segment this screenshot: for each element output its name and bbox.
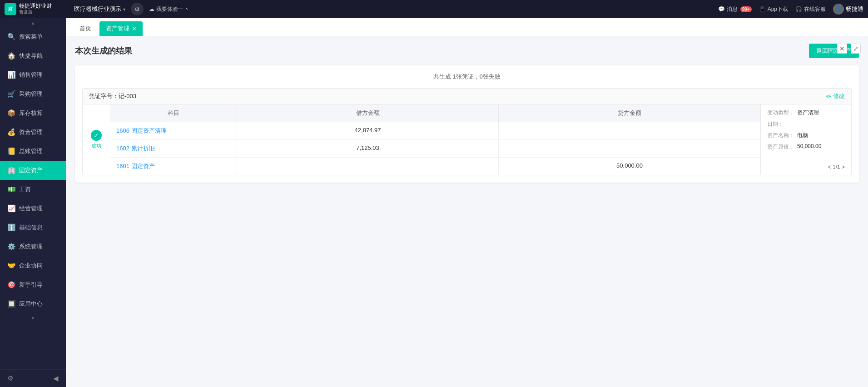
page-content: ✕ ⤢ 本次生成的结果 返回固定资产 共生成 1张凭证，0张失败 凭证字号：记-…: [66, 36, 868, 387]
pagination[interactable]: < 1/1 >: [767, 164, 845, 170]
tab-asset-mgmt[interactable]: 资产管理 ✕: [99, 21, 143, 36]
sidebar-item-search[interactable]: 🔍 搜索菜单: [0, 27, 66, 46]
right-info-panel: 变动类型： 资产清理 日期： 资产名称： 电脑: [760, 104, 851, 175]
sidebar-item-fixed-assets[interactable]: 🏢 固定资产: [0, 161, 66, 180]
col-subject: 科目: [110, 104, 237, 122]
close-panel-button[interactable]: ✕: [837, 44, 847, 54]
ops-icon: 📈: [7, 204, 15, 213]
cell-credit-2: [499, 140, 760, 157]
cell-credit-1: [499, 122, 760, 139]
sidebar-item-guide[interactable]: 🎯 新手引导: [0, 275, 66, 294]
sidebar-item-operations[interactable]: 📈 经营管理: [0, 199, 66, 218]
subject-link-2[interactable]: 1602 累计折旧: [116, 145, 155, 152]
change-type-row: 变动类型： 资产清理: [767, 109, 845, 117]
workspace-selector[interactable]: 医疗器械行业演示 ▾: [70, 5, 129, 13]
voucher-table: 科目 借方金额 贷方金额 1606 固定资产清理 42,874.97: [110, 104, 760, 175]
top-header: 财 畅捷通好业财 普及版 医疗器械行业演示 ▾ ⚙ ☁ 我要体验一下 💬 消息 …: [0, 0, 868, 18]
expand-panel-button[interactable]: ⤢: [851, 44, 861, 54]
settings-icon[interactable]: ⚙: [131, 3, 144, 15]
content-area: 首页 资产管理 ✕ ✕ ⤢ 本次生成的结果 返回固定资产 共生成 1张凭证，0张…: [66, 18, 868, 387]
sidebar-item-system[interactable]: ⚙️ 系统管理: [0, 237, 66, 256]
footer-settings-icon[interactable]: ⚙: [7, 374, 13, 382]
sidebar-item-quick-nav[interactable]: 🏠 快捷导航: [0, 46, 66, 65]
result-summary: 共生成 1张凭证，0张失败: [82, 73, 852, 81]
sidebar-item-label: 总账管理: [19, 147, 43, 155]
headset-icon: 🎧: [795, 6, 802, 12]
edit-voucher-button[interactable]: ✏ 修改: [826, 92, 845, 100]
building-icon: 🏢: [7, 166, 15, 174]
box-icon: 📦: [7, 109, 15, 117]
message-action[interactable]: 💬 消息 99+: [718, 5, 752, 13]
cloud-icon: ☁: [149, 6, 154, 12]
sidebar-item-enterprise[interactable]: 🤝 企业协同: [0, 256, 66, 275]
logo-text: 畅捷通好业财: [19, 3, 52, 9]
sidebar-item-purchase[interactable]: 🛒 采购管理: [0, 84, 66, 104]
cell-debit-3: [237, 158, 499, 175]
search-icon: 🔍: [7, 33, 15, 41]
original-value-value: 50,000.00: [797, 143, 821, 151]
tab-home-label: 首页: [79, 25, 91, 33]
header-right-actions: 💬 消息 99+ 📱 App下载 🎧 在线客服 👤 畅捷通: [718, 4, 863, 15]
success-label: 成功: [91, 143, 101, 149]
voucher-id: 凭证字号：记-003: [89, 92, 136, 100]
voucher-body: ✓ 成功 科目 借方金额 贷方金额: [83, 104, 851, 175]
logo-sub: 普及版: [19, 9, 52, 15]
tab-close-icon[interactable]: ✕: [132, 26, 136, 32]
sidebar-item-label: 基础信息: [19, 223, 43, 232]
sidebar-item-basic-info[interactable]: ℹ️ 基础信息: [0, 218, 66, 237]
workspace-label: 医疗器械行业演示: [74, 5, 121, 13]
original-value-label: 资产原值：: [767, 143, 794, 151]
sidebar-item-finance[interactable]: 💰 资金管理: [0, 123, 66, 142]
table-row: 1602 累计折旧 7,125.03: [110, 140, 760, 158]
status-column: ✓ 成功: [83, 104, 110, 175]
sidebar-item-label: 销售管理: [19, 71, 43, 79]
change-type-label: 变动类型：: [767, 109, 794, 117]
sidebar-item-payroll[interactable]: 💵 工资: [0, 180, 66, 199]
user-avatar-area[interactable]: 👤 畅捷通: [833, 4, 863, 15]
logo-area: 财 畅捷通好业财 普及版: [5, 3, 70, 15]
sidebar-scroll-up[interactable]: ▲: [0, 18, 66, 27]
logo-icon: 财: [5, 3, 16, 15]
sidebar-collapse-icon[interactable]: ◀: [53, 374, 59, 382]
chevron-down-icon: ▾: [123, 7, 125, 12]
tab-home[interactable]: 首页: [73, 21, 98, 36]
chart-icon: 📊: [7, 71, 15, 79]
sidebar-footer: ⚙ ◀: [0, 369, 66, 387]
cell-subject-2: 1602 累计折旧: [110, 140, 237, 157]
sidebar-item-label: 资金管理: [19, 128, 43, 136]
asset-name-row: 资产名称： 电脑: [767, 132, 845, 139]
sidebar-item-label: 经营管理: [19, 204, 43, 213]
table-row: 1601 固定资产 50,000.00: [110, 158, 760, 175]
sidebar-item-app-center[interactable]: 🔲 应用中心: [0, 294, 66, 313]
main-layout: ▲ 🔍 搜索菜单 🏠 快捷导航 📊 销售管理 🛒 采购管理 📦 库存核算 💰 资…: [0, 18, 868, 387]
asset-name-value: 电脑: [797, 132, 808, 139]
subject-link-3[interactable]: 1601 固定资产: [116, 163, 155, 169]
voucher-block: 凭证字号：记-003 ✏ 修改 ✓ 成功: [82, 88, 852, 175]
sidebar-item-label: 系统管理: [19, 243, 43, 251]
cell-credit-3: 50,000.00: [499, 158, 760, 175]
message-badge: 99+: [740, 6, 752, 12]
mobile-icon: 📱: [759, 6, 766, 12]
voucher-header: 凭证字号：记-003 ✏ 修改: [83, 89, 851, 104]
subject-link-1[interactable]: 1606 固定资产清理: [116, 127, 167, 134]
table-row: 1606 固定资产清理 42,874.97: [110, 122, 760, 140]
experience-button[interactable]: ☁ 我要体验一下: [149, 5, 189, 13]
tab-asset-mgmt-label: 资产管理: [106, 25, 129, 33]
message-icon: 💬: [718, 6, 725, 12]
sidebar-item-label: 企业协同: [19, 262, 43, 270]
sidebar-item-inventory[interactable]: 📦 库存核算: [0, 104, 66, 123]
avatar: 👤: [833, 4, 844, 15]
sidebar-item-label: 快捷导航: [19, 52, 43, 60]
app-download-action[interactable]: 📱 App下载: [759, 5, 788, 13]
online-service-action[interactable]: 🎧 在线客服: [795, 5, 826, 13]
payroll-icon: 💵: [7, 185, 15, 194]
sidebar-scroll-down[interactable]: ▼: [0, 313, 66, 322]
handshake-icon: 🤝: [7, 262, 15, 270]
edit-icon: ✏: [826, 93, 831, 100]
page-title-row: 本次生成的结果 返回固定资产: [75, 44, 859, 58]
date-row: 日期：: [767, 120, 845, 128]
sidebar-item-ledger[interactable]: 📒 总账管理: [0, 142, 66, 161]
grid-icon: 🔲: [7, 300, 15, 308]
sidebar-item-sales[interactable]: 📊 销售管理: [0, 65, 66, 84]
sidebar-item-label: 新手引导: [19, 281, 43, 289]
